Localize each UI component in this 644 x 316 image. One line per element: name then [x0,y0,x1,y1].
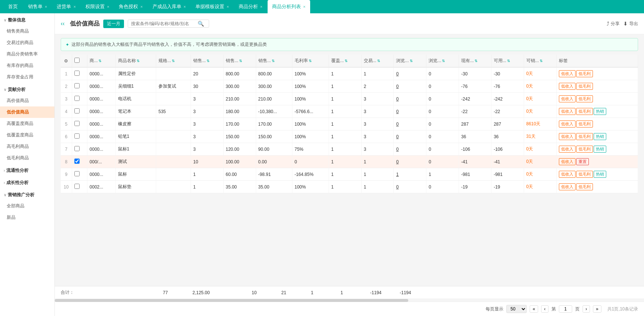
th-coverage[interactable]: 覆盖...⇅ [329,55,361,67]
sidebar-item-high-value[interactable]: 高价值商品 [0,95,54,106]
sidebar-item-high-margin[interactable]: 高毛利商品 [0,141,54,152]
th-sales-price[interactable]: 销售...⇅ [223,55,256,67]
browse-link[interactable]: 0 [396,134,399,139]
product-name[interactable]: 吴细细1 [115,80,156,93]
product-name[interactable]: 鼠标垫 [115,181,156,193]
nav-tab-sales[interactable]: 销售单 × [24,0,51,13]
browse-link[interactable]: 0 [396,122,399,127]
row-checkbox[interactable] [74,108,80,113]
browse-link[interactable]: 0 [396,71,399,77]
last-page-btn[interactable]: » [593,305,601,313]
page-number-input[interactable] [559,305,572,313]
nav-tab-inventory[interactable]: 产成品入库单 × [148,0,190,13]
share-button[interactable]: ⤴ 分享 [607,21,620,27]
per-page-select[interactable]: 50 100 200 [506,305,527,313]
browse1[interactable]: 0 [394,130,426,143]
row-checkbox[interactable] [74,171,80,176]
sidebar-item-new-products[interactable]: 新品 [0,212,54,223]
sidebar-item-category-sales[interactable]: 商品分类销售率 [0,48,54,60]
product-name[interactable]: 橡皮擦 [115,118,156,130]
next-page-btn[interactable]: › [583,305,590,313]
select-all-checkbox[interactable] [74,58,80,63]
th-checkbox[interactable] [72,55,87,67]
close-icon[interactable]: × [227,4,229,9]
nav-tab-purchase[interactable]: 进货单 × [52,0,80,13]
close-icon[interactable]: × [73,4,76,9]
sidebar-item-stocked-products[interactable]: 有库存的商品 [0,60,54,71]
th-name[interactable]: 商品名称⇅ [115,55,156,67]
browse1[interactable]: 0 [394,143,426,156]
row-checkbox-cell[interactable] [72,93,87,105]
nav-tab-roles[interactable]: 角色授权 × [114,0,147,13]
browse-link[interactable]: 0 [396,109,399,114]
sidebar-item-traded-products[interactable]: 交易过的商品 [0,37,54,48]
nav-tab-analysis[interactable]: 商品分析 × [234,0,267,13]
product-name[interactable]: 电话机 [115,93,156,105]
product-name[interactable]: 铅笔1 [115,130,156,143]
filter-button[interactable]: 近一月 [103,20,124,28]
sidebar-section-overall[interactable]: ∨ 整体信息 [0,13,54,26]
th-browse1[interactable]: 浏览...⇅ [394,55,426,67]
th-sales-income[interactable]: 销售...⇅ [256,55,292,67]
th-spec[interactable]: 规格...⇅ [156,55,191,67]
sidebar-item-low-margin[interactable]: 低毛利商品 [0,152,54,164]
browse1[interactable]: 0 [394,93,426,105]
th-gear[interactable]: ⚙ [61,55,72,67]
browse-link[interactable]: 0 [396,184,399,190]
close-icon[interactable]: × [260,4,262,9]
sidebar-item-inventory-capital[interactable]: 库存资金占用 [0,71,54,83]
row-checkbox-cell[interactable] [72,118,87,130]
row-checkbox[interactable] [74,96,80,101]
close-icon[interactable]: × [45,4,47,9]
sidebar-section-circulation[interactable]: › 流通性分析 [0,164,54,176]
scrollbar-area[interactable] [55,299,644,302]
nav-home[interactable]: 首页 [3,0,23,13]
row-checkbox-cell[interactable] [72,80,87,93]
th-transactions[interactable]: 交易...⇅ [361,55,394,67]
first-page-btn[interactable]: « [530,305,538,313]
sidebar-item-low-coverage[interactable]: 低覆盖度商品 [0,129,54,141]
row-checkbox[interactable] [74,159,80,164]
browse-link[interactable]: 0 [396,84,399,89]
browse1[interactable]: 0 [394,181,426,193]
export-button[interactable]: ⬇ 导出 [623,21,638,27]
th-tags[interactable]: 标签 [556,55,638,67]
browse1[interactable]: 0 [394,118,426,130]
th-gross-rate[interactable]: 毛利率⇅ [292,55,329,67]
browse1[interactable]: 0 [394,67,426,80]
product-name[interactable]: 笔记本 [115,105,156,118]
th-stock-now[interactable]: 现有...⇅ [459,55,492,67]
product-name[interactable]: 鼠标1 [115,143,156,156]
prev-page-btn[interactable]: ‹ [541,305,549,313]
th-sales-qty[interactable]: 销售...⇅ [191,55,223,67]
close-icon[interactable]: × [140,4,142,9]
browse1[interactable]: 0 [394,80,426,93]
browse1[interactable]: 1 [394,168,426,181]
th-stock-sell[interactable]: 可销...⇅ [524,55,556,67]
browse-link[interactable]: 0 [396,159,399,164]
browse-link[interactable]: 0 [396,96,399,102]
browse-link[interactable]: 1 [396,172,399,177]
sidebar-item-all-products[interactable]: 全部商品 [0,200,54,212]
product-name[interactable]: 属性定价 [115,67,156,80]
th-code[interactable]: 商...⇅ [87,55,116,67]
close-icon[interactable]: × [184,4,186,9]
sidebar-section-contribution[interactable]: ∨ 贡献分析 [0,83,54,95]
row-checkbox-cell[interactable] [72,67,87,80]
row-checkbox-cell[interactable] [72,156,87,168]
scrollbar-thumb[interactable] [55,299,408,302]
sidebar-section-growth[interactable]: › 成长性分析 [0,176,54,188]
row-checkbox[interactable] [74,146,80,151]
row-checkbox[interactable] [74,83,80,88]
nav-tab-analysis-list[interactable]: 商品分析列表 × [268,0,310,13]
sidebar-section-marketing[interactable]: ∨ 营销推广分析 [0,188,54,200]
sidebar-collapse-btn[interactable]: ‹‹ [61,17,65,30]
row-checkbox-cell[interactable] [72,143,87,156]
sidebar-item-high-coverage[interactable]: 高覆盖度商品 [0,118,54,129]
product-name[interactable]: 鼠标 [115,168,156,181]
row-checkbox[interactable] [74,133,80,139]
search-input[interactable] [131,21,198,26]
row-checkbox-cell[interactable] [72,105,87,118]
sidebar-item-low-value[interactable]: 低价值商品 [0,106,54,118]
row-checkbox[interactable] [74,184,80,189]
